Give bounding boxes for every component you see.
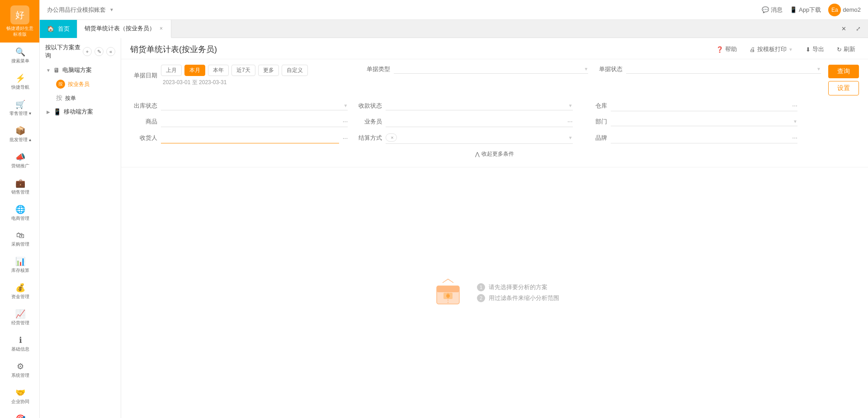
refresh-button[interactable]: ↻ 刷新 bbox=[833, 43, 859, 55]
user-menu[interactable]: Ea demo2 bbox=[828, 4, 861, 16]
system-icon: ⚙ bbox=[17, 361, 24, 371]
brand-dots-icon[interactable]: ··· bbox=[792, 134, 797, 141]
sidebar-item-basic[interactable]: ℹ 基础信息 bbox=[0, 331, 39, 357]
brand-field: 品牌 ··· bbox=[580, 132, 797, 143]
date-btn-this-year[interactable]: 本年 bbox=[208, 65, 229, 76]
warehouse-select[interactable]: ··· bbox=[611, 100, 797, 111]
sidebar-item-finance[interactable]: 💰 资金管理 bbox=[0, 278, 39, 304]
sidebar-item-coop[interactable]: 🤝 企业协同 bbox=[0, 383, 39, 409]
ecommerce-icon: 🌐 bbox=[15, 204, 25, 214]
content-area: 按以下方案查询 + ✎ « ▼ 🖥 电脑端方案 bbox=[40, 38, 868, 418]
print-button[interactable]: 🖨 按模板打印 ▼ bbox=[746, 43, 797, 55]
settlement-select[interactable]: × ▼ bbox=[386, 132, 572, 144]
sidebar-item-label: 批发管理 ▴ bbox=[9, 137, 31, 143]
sidebar-item-purchase[interactable]: 🛍 采购管理 bbox=[0, 226, 39, 252]
sidebar-item-ecommerce[interactable]: 🌐 电商管理 bbox=[0, 200, 39, 226]
settings-button[interactable]: 设置 bbox=[828, 81, 859, 95]
shortcut-icon: ⚡ bbox=[15, 73, 25, 83]
sidebar-item-label: 系统管理 bbox=[11, 372, 29, 379]
left-panel-actions: + ✎ « bbox=[83, 47, 115, 56]
doc-type-select[interactable]: ▼ bbox=[394, 65, 589, 74]
out-status-field: 出库状态 ▼ bbox=[130, 101, 348, 110]
date-range-text: 2023-03-01 至 2023-03-31 bbox=[163, 79, 226, 86]
goods-dots-icon[interactable]: ··· bbox=[343, 118, 348, 125]
tab-sales-stats[interactable]: 销货单统计表（按业务员） × bbox=[77, 20, 171, 38]
edit-scheme-button[interactable]: ✎ bbox=[94, 47, 104, 56]
date-btn-last-month[interactable]: 上月 bbox=[161, 65, 182, 76]
receipt-status-arrow-icon: ▼ bbox=[568, 103, 573, 108]
department-select[interactable]: ▼ bbox=[611, 117, 797, 126]
plus-icon: + bbox=[86, 49, 89, 54]
settlement-label: 结算方式 bbox=[355, 134, 382, 142]
receiver-field: 收货人 ··· bbox=[130, 133, 348, 143]
receipt-status-select[interactable]: ▼ bbox=[386, 101, 572, 110]
tab-minimize-button[interactable]: ✕ bbox=[837, 23, 850, 35]
maximize-icon: ⤢ bbox=[856, 25, 861, 32]
date-btn-custom[interactable]: 自定义 bbox=[282, 65, 308, 76]
scheme-by-salesperson[interactable]: 按 按业务员 bbox=[51, 77, 121, 91]
doc-status-arrow-icon: ▼ bbox=[816, 66, 821, 71]
sidebar-item-newbie[interactable]: 🎯 新手引导 bbox=[0, 409, 39, 418]
sidebar-item-sales[interactable]: 💼 销售管理 bbox=[0, 174, 39, 200]
settlement-arrow-icon: ▼ bbox=[568, 135, 573, 140]
export-button[interactable]: ⬇ 导出 bbox=[802, 43, 828, 55]
sidebar-item-shortcuts[interactable]: ⚡ 快捷导航 bbox=[0, 69, 39, 95]
company-selector[interactable]: 办公用品行业模拟账套 ▼ bbox=[47, 6, 114, 14]
receiver-dots-icon[interactable]: ··· bbox=[343, 134, 348, 142]
tab-close-button[interactable]: × bbox=[159, 24, 164, 33]
doc-status-select[interactable]: ▼ bbox=[626, 65, 821, 74]
sidebar-item-retail[interactable]: 🛒 零售管理 ▾ bbox=[0, 95, 39, 121]
salesperson-select[interactable]: ··· bbox=[386, 116, 572, 127]
warehouse-dots-icon[interactable]: ··· bbox=[792, 102, 797, 109]
message-button[interactable]: 💬 消息 bbox=[762, 6, 783, 14]
chevron-left-icon: « bbox=[109, 49, 112, 54]
sidebar-item-wholesale[interactable]: 📦 批发管理 ▴ bbox=[0, 121, 39, 147]
sidebar-item-search[interactable]: 🔍 搜索菜单 bbox=[0, 43, 39, 69]
left-panel: 按以下方案查询 + ✎ « ▼ 🖥 电脑端方案 bbox=[40, 38, 121, 418]
sidebar-item-marketing[interactable]: 📣 营销推广 bbox=[0, 147, 39, 174]
sidebar-item-system[interactable]: ⚙ 系统管理 bbox=[0, 357, 39, 383]
date-btn-7days[interactable]: 近7天 bbox=[231, 65, 255, 76]
help-button[interactable]: ❓ 帮助 bbox=[712, 43, 741, 55]
collapse-button[interactable]: ⋀ 收起更多条件 bbox=[470, 148, 519, 160]
add-scheme-button[interactable]: + bbox=[83, 47, 92, 56]
scheme-group-mobile[interactable]: ▶ 📱 移动端方案 bbox=[40, 105, 121, 119]
query-button[interactable]: 查询 bbox=[828, 65, 859, 78]
export-icon: ⬇ bbox=[806, 46, 811, 53]
desktop-icon: 🖥 bbox=[53, 66, 60, 74]
sidebar-item-inventory[interactable]: 📊 库存核算 bbox=[0, 252, 39, 278]
tab-home[interactable]: 🏠 首页 bbox=[40, 20, 77, 38]
doc-type-label: 单据类型 bbox=[363, 65, 390, 73]
print-label: 按模板打印 bbox=[757, 45, 787, 53]
scheme-group-desktop-label: 电脑端方案 bbox=[62, 66, 92, 74]
receiver-input[interactable] bbox=[161, 133, 339, 143]
main-area: 办公用品行业模拟账套 ▼ 💬 消息 📱 App下载 Ea demo2 🏠 首页 bbox=[40, 0, 868, 418]
home-icon: 🏠 bbox=[47, 25, 54, 32]
out-status-select[interactable]: ▼ bbox=[161, 101, 348, 110]
help-label: 帮助 bbox=[725, 45, 737, 53]
collapse-row: ⋀ 收起更多条件 bbox=[130, 147, 859, 162]
scheme-group-desktop[interactable]: ▼ 🖥 电脑端方案 bbox=[40, 63, 121, 77]
brand-select[interactable]: ··· bbox=[611, 132, 797, 143]
doc-type-filter-field: 单据类型 ▼ bbox=[363, 65, 589, 74]
tab-maximize-button[interactable]: ⤢ bbox=[852, 23, 864, 35]
salesperson-dots-icon[interactable]: ··· bbox=[567, 118, 573, 125]
sidebar-item-label: 营销推广 bbox=[11, 163, 29, 169]
export-label: 导出 bbox=[812, 45, 824, 53]
tab-bar: 🏠 首页 销货单统计表（按业务员） × ✕ ⤢ bbox=[40, 20, 868, 38]
date-btn-more[interactable]: 更多 bbox=[258, 65, 279, 76]
app-download-button[interactable]: 📱 App下载 bbox=[790, 6, 821, 14]
collapse-panel-button[interactable]: « bbox=[106, 47, 115, 56]
goods-select[interactable]: ··· bbox=[161, 116, 348, 127]
tip-2-text: 用过滤条件来缩小分析范围 bbox=[489, 294, 559, 302]
scheme-by-order[interactable]: 按 按单 bbox=[51, 91, 121, 105]
sidebar-item-label: 库存核算 bbox=[11, 267, 29, 274]
settlement-tag-close[interactable]: × bbox=[391, 135, 393, 140]
sidebar-item-operation[interactable]: 📈 经营管理 bbox=[0, 304, 39, 331]
refresh-icon: ↻ bbox=[837, 46, 842, 53]
scheme-by-order-label: 按单 bbox=[65, 95, 76, 102]
company-label: 办公用品行业模拟账套 bbox=[47, 6, 106, 14]
logo[interactable]: 好 畅捷通好生意标准版 bbox=[0, 0, 39, 43]
date-label: 单据日期 bbox=[130, 71, 157, 80]
date-btn-this-month[interactable]: 本月 bbox=[184, 65, 205, 76]
